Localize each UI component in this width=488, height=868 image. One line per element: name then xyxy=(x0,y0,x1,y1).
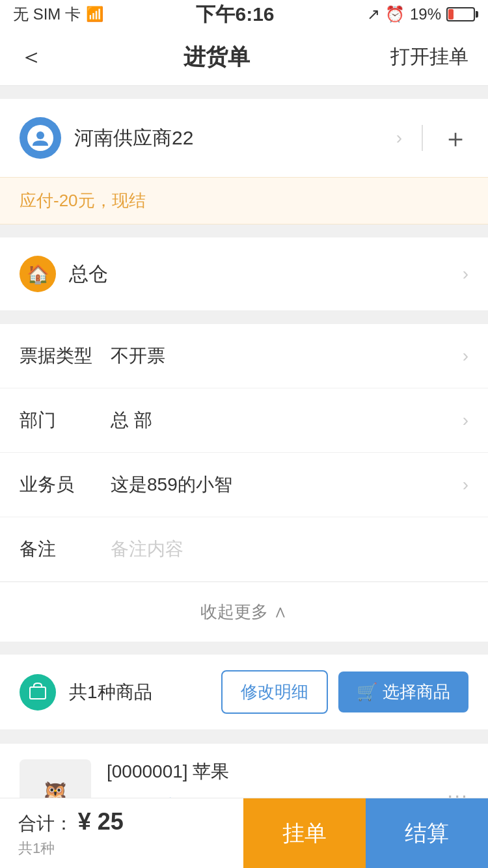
product-code: [0000001] xyxy=(107,761,188,781)
total-count: 共1种 xyxy=(18,839,225,858)
invoice-label: 票据类型 xyxy=(20,344,98,368)
section-gap-3 xyxy=(0,311,488,324)
chevron-right-icon-dept: › xyxy=(463,410,468,431)
product-header-section: 共1种商品 修改明细 🛒 选择商品 xyxy=(0,655,488,729)
department-value: 总 部 xyxy=(98,408,463,433)
back-button[interactable]: ＜ xyxy=(20,41,43,73)
warehouse-row[interactable]: 🏠 总仓 › xyxy=(0,237,488,311)
total-label: 合计： xyxy=(18,813,73,834)
status-right: ↗ ⏰ 19% xyxy=(367,5,475,23)
chevron-right-icon: › xyxy=(396,128,402,148)
remark-label: 备注 xyxy=(20,537,98,562)
open-hang-button[interactable]: 打开挂单 xyxy=(390,44,468,70)
product-name: [0000001] 苹果 xyxy=(107,759,447,784)
notice-bar: 应付-20元，现结 xyxy=(0,177,488,224)
supplier-name: 河南供应商22 xyxy=(74,125,396,152)
supplier-avatar xyxy=(20,117,61,159)
supplier-row[interactable]: 河南供应商22 › ＋ xyxy=(0,99,488,177)
svg-point-0 xyxy=(36,131,44,139)
invoice-row[interactable]: 票据类型 不开票 › xyxy=(0,324,488,388)
avatar-inner xyxy=(27,125,53,151)
cart-icon xyxy=(27,682,48,703)
checkout-label: 结算 xyxy=(405,819,449,848)
page-title: 进货单 xyxy=(183,42,250,72)
person-icon xyxy=(30,128,51,148)
hang-button[interactable]: 挂单 xyxy=(243,798,366,868)
remark-input[interactable]: 备注内容 xyxy=(98,537,468,562)
vertical-divider xyxy=(422,125,423,151)
chevron-right-icon-salesman: › xyxy=(463,474,468,495)
section-gap-2 xyxy=(0,224,488,237)
section-gap-1 xyxy=(0,86,488,99)
total-row: 合计： ¥ 25 xyxy=(18,808,225,836)
edit-detail-button[interactable]: 修改明细 xyxy=(221,670,328,714)
salesman-label: 业务员 xyxy=(20,472,98,497)
select-product-label: 选择商品 xyxy=(383,681,450,703)
alarm-icon: ⏰ xyxy=(385,5,405,23)
notice-text: 应付-20元，现结 xyxy=(20,191,146,210)
chevron-right-icon-warehouse: › xyxy=(463,264,468,284)
supplier-actions: › ＋ xyxy=(396,120,468,156)
total-section: 合计： ¥ 25 共1种 xyxy=(0,798,243,868)
section-gap-5 xyxy=(0,729,488,742)
wifi-icon: 📶 xyxy=(86,6,103,23)
warehouse-name: 总仓 xyxy=(69,261,463,288)
chevron-right-icon-invoice: › xyxy=(463,346,468,366)
product-count-text: 共1种商品 xyxy=(69,680,221,705)
total-amount: ¥ 25 xyxy=(78,808,124,835)
select-product-icon: 🛒 xyxy=(357,682,377,702)
warehouse-icon: 🏠 xyxy=(20,256,56,292)
status-carrier: 无 SIM 卡 📶 xyxy=(13,4,103,25)
collapse-toggle[interactable]: 收起更多 ∧ xyxy=(0,582,488,642)
battery-icon xyxy=(446,7,475,21)
warehouse-section: 🏠 总仓 › xyxy=(0,237,488,311)
status-bar: 无 SIM 卡 📶 下午6:16 ↗ ⏰ 19% xyxy=(0,0,488,29)
department-row[interactable]: 部门 总 部 › xyxy=(0,388,488,453)
product-header: 共1种商品 修改明细 🛒 选择商品 xyxy=(0,655,488,729)
remark-row[interactable]: 备注 备注内容 xyxy=(0,517,488,582)
svg-rect-1 xyxy=(30,687,46,699)
nav-bar: ＜ 进货单 打开挂单 xyxy=(0,29,488,86)
carrier-text: 无 SIM 卡 xyxy=(13,4,81,25)
department-label: 部门 xyxy=(20,408,98,433)
product-title: 苹果 xyxy=(193,761,229,781)
status-time: 下午6:16 xyxy=(196,1,274,28)
product-count-icon xyxy=(20,674,56,711)
checkout-button[interactable]: 结算 xyxy=(366,798,488,868)
add-icon[interactable]: ＋ xyxy=(442,120,468,156)
collapse-text: 收起更多 ∧ xyxy=(200,602,287,621)
battery-percent: 19% xyxy=(410,5,441,23)
location-icon: ↗ xyxy=(367,5,380,23)
salesman-value: 这是859的小智 xyxy=(98,472,463,497)
bottom-bar: 合计： ¥ 25 共1种 挂单 结算 xyxy=(0,798,488,868)
select-product-button[interactable]: 🛒 选择商品 xyxy=(338,671,468,712)
salesman-row[interactable]: 业务员 这是859的小智 › xyxy=(0,453,488,517)
form-section: 票据类型 不开票 › 部门 总 部 › 业务员 这是859的小智 › 备注 备注… xyxy=(0,324,488,642)
supplier-section: 河南供应商22 › ＋ 应付-20元，现结 xyxy=(0,99,488,224)
section-gap-4 xyxy=(0,642,488,655)
invoice-value: 不开票 xyxy=(98,344,463,368)
hang-label: 挂单 xyxy=(282,819,327,848)
